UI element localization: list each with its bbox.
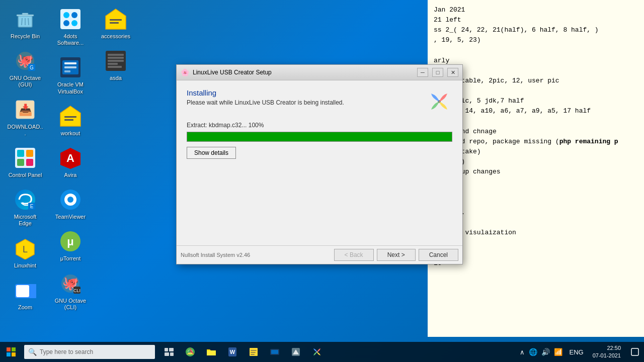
dialog-header-row: Installing Please wait while LinuxLive U… [187,88,452,115]
extract-text: Extract: kbdmap.c32... 100% [187,122,452,129]
svg-line-5 [28,18,29,25]
svg-rect-23 [16,285,29,297]
icon-label-microsoft-edge: Microsoft Edge [7,214,43,227]
taskbar-pinwheel-icon[interactable] [307,342,327,362]
back-button[interactable]: < Back [334,249,374,261]
icon-zoom[interactable]: Zoom [5,276,45,313]
svg-rect-59 [7,347,11,351]
svg-point-27 [71,12,77,18]
svg-rect-61 [7,352,11,356]
svg-rect-66 [170,352,174,356]
svg-rect-16 [26,159,33,166]
icon-utorrent[interactable]: μ μTorrent [50,227,91,264]
icon-gnu-octave-cli[interactable]: 🐙 CLI GNU Octave (CLI) [50,269,91,313]
cancel-button[interactable]: Cancel [419,249,458,261]
taskbar-sticky-notes-icon[interactable] [244,342,264,362]
icon-label-utorrent: μTorrent [60,255,81,262]
svg-rect-82 [631,348,638,355]
tray-network-icon[interactable]: 🌐 [529,348,537,356]
svg-point-26 [63,12,69,18]
svg-rect-75 [251,352,256,353]
nsis-version: Nullsoft Install System v2.46 [181,252,250,258]
notification-center-button[interactable] [626,342,644,362]
svg-rect-54 [108,57,124,59]
dialog-title: LinuxLive USB Creator Setup [193,69,413,76]
progress-bar-fill [187,132,452,141]
show-details-button[interactable]: Show details [187,147,236,159]
tray-wifi-icon[interactable]: 📶 [554,348,562,356]
svg-point-28 [63,20,69,26]
icon-teamviewer[interactable]: TeamViewer [50,186,91,222]
icon-microsoft-edge[interactable]: E Microsoft Edge [5,186,45,229]
svg-rect-64 [169,348,174,351]
taskbar-pinned-icons: W [159,342,327,362]
taskbar-file-explorer-icon[interactable] [201,342,221,362]
taskbar-search[interactable]: 🔍 Type here to search [24,345,155,359]
icon-download[interactable]: 📥 DOWNLOAD... [5,96,45,139]
icon-label-control-panel: Control Panel [9,172,42,178]
tray-hide-icon[interactable]: ∧ [520,348,525,356]
icon-label-4dots: 4dots Software... [52,33,89,46]
svg-rect-76 [251,354,255,355]
minimize-button[interactable]: ─ [417,68,428,77]
taskbar-virtualbox-icon[interactable] [265,342,285,362]
dialog-description: Please wait while LinuxLive USB Creator … [187,99,344,106]
icon-avira[interactable]: A Avira [50,144,91,180]
icon-oracle-vm[interactable]: Oracle VM VirtualBox [50,53,91,97]
svg-rect-57 [108,66,122,68]
close-button[interactable]: ✕ [447,68,458,77]
svg-rect-37 [64,119,73,121]
svg-rect-51 [110,22,119,24]
svg-rect-74 [251,350,257,351]
desktop-icons-container: Recycle Bin 🐙 G GNU Octave (GUI) 📥 DO [5,5,126,327]
icon-accessories[interactable]: accessories [96,5,136,42]
icon-label-workout: workout [61,130,80,137]
icon-label-accessories: accessories [101,33,130,40]
icon-linuxhint[interactable]: L Linuxhint [5,234,45,271]
icon-control-panel[interactable]: Control Panel [5,144,45,180]
svg-rect-55 [108,60,124,62]
svg-rect-25 [60,9,80,29]
next-button[interactable]: Next > [377,249,416,261]
svg-text:G: G [30,65,34,70]
dialog-header-text: Installing Please wait while LinuxLive U… [187,88,344,106]
icon-4dots[interactable]: 4dots Software... [50,5,91,48]
icon-recycle-bin[interactable]: Recycle Bin [5,5,45,42]
svg-point-42 [67,197,73,203]
svg-text:📥: 📥 [19,103,33,117]
start-button[interactable] [0,342,22,362]
taskbar-chromium-icon[interactable] [180,342,200,362]
svg-rect-53 [108,54,124,56]
icon-asda[interactable]: asda [96,47,136,83]
svg-text:E: E [30,204,34,209]
search-placeholder: Type here to search [40,348,93,355]
notepad-content: Jan 2021 21 left ss 2_( 24, 22, 21(half)… [434,5,638,268]
icon-workout[interactable]: workout [50,102,91,139]
icon-label-asda: asda [110,75,122,81]
svg-point-29 [71,20,77,26]
icon-label-gnu-octave-cli: GNU Octave (CLI) [52,298,89,311]
svg-rect-34 [64,70,70,72]
dialog-titlebar: 🌸 LinuxLive USB Creator Setup ─ □ ✕ [177,65,462,80]
icon-label-linuxhint: Linuxhint [14,262,36,269]
dialog-heading: Installing [187,88,344,97]
icon-label-gnu-octave-gui: GNU Octave (GUI) [7,75,43,88]
icon-label-teamviewer: TeamViewer [55,214,86,220]
tray-volume-icon[interactable]: 🔊 [541,348,550,356]
svg-text:CLI: CLI [73,288,80,293]
taskbar-word-icon[interactable]: W [222,342,243,362]
maximize-button[interactable]: □ [432,68,443,77]
clock-time: 22:50 [607,344,621,352]
clock[interactable]: 22:50 07-01-2021 [589,342,625,362]
svg-rect-2 [17,15,34,16]
dialog-spacer [187,159,452,239]
svg-rect-14 [26,150,33,157]
icon-gnu-octave-gui[interactable]: 🐙 G GNU Octave (GUI) [5,47,45,90]
svg-rect-15 [17,159,24,166]
task-view-button[interactable] [159,342,179,362]
taskbar-installer-icon[interactable] [286,342,306,362]
icon-label-recycle-bin: Recycle Bin [11,33,40,40]
language-indicator[interactable]: ENG [566,342,588,362]
svg-rect-60 [12,347,16,351]
svg-rect-13 [17,150,24,157]
